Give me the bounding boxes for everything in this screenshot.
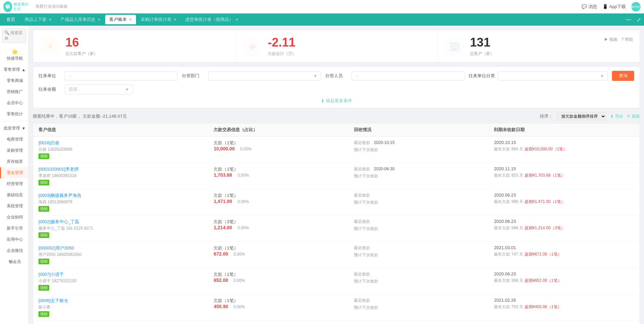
sidebar-item-member[interactable]: 会员中心 xyxy=(0,97,28,109)
from-unit-input-wrap[interactable]: ··· xyxy=(65,71,178,81)
overdue-info-6: 2020.06.23 最长欠款 998 天 超期¥652.00（1笔） xyxy=(494,271,634,284)
filter-toggle-btn[interactable]: ⬆ 收起更多条件 xyxy=(38,98,634,104)
sort-select[interactable]: 按欠款金额倒序排序 xyxy=(557,112,606,120)
filter-unit-category: 往来单位分类 ▼ xyxy=(469,71,608,81)
sidebar-item-purchase-mgmt[interactable]: 采购管理 xyxy=(0,145,28,156)
overdue-days-3: 最长欠款 998 天 超期¥1,471.00（1笔） xyxy=(494,199,634,205)
sidebar-item-marketing[interactable]: 营销推广 xyxy=(0,86,28,97)
sidebar-item-inventory[interactable]: 库存核算 xyxy=(0,156,28,167)
customer-name-5[interactable]: [000002]用户2050 xyxy=(38,245,214,251)
tab-close-purchase[interactable]: ✕ xyxy=(173,18,176,22)
customer-name-4[interactable]: [0002]服务中心_丁磊 xyxy=(38,219,214,225)
tab-production[interactable]: 产成品入库单历史 ✕ xyxy=(56,15,105,24)
customer-name-1[interactable]: [0016]吕俊 xyxy=(38,140,214,146)
debt-amount-3: 1,471.00 xyxy=(214,199,232,204)
recovery-next-3: 预计下次收款 xyxy=(354,200,494,205)
tab-close-goods[interactable]: ✕ xyxy=(49,18,52,22)
sidebar-item-sys-mgmt[interactable]: 系统管理 xyxy=(0,201,28,212)
tab-purchase[interactable]: 采购订单统计表 ✕ xyxy=(137,15,180,24)
sidebar-item-retail-stat[interactable]: 零售统计 xyxy=(0,109,28,120)
recovery-label-2: 最近收款 xyxy=(354,167,370,171)
unit-category-select-wrap[interactable]: ▼ xyxy=(498,71,608,81)
tab-home[interactable]: 首页 xyxy=(2,15,20,24)
recovery-info-5: 最近收款 预计下次收款 xyxy=(354,245,494,258)
overdue-link-6[interactable]: 超期¥652.00（1笔） xyxy=(525,278,562,283)
stat-card-customers: ¥ 16 总欠款客户（家） xyxy=(33,30,235,62)
overdue-info-2: 2020.11.15 最长欠款 853 天 超期¥1,703.68（1笔） xyxy=(494,166,634,178)
overdue-link-1[interactable]: 超期¥10,000.00（1笔） xyxy=(525,147,567,151)
overdue-link-7[interactable]: 超期¥455.90（1笔） xyxy=(525,304,562,309)
overdue-link-3[interactable]: 超期¥1,471.00（1笔） xyxy=(525,199,565,204)
tab-goods[interactable]: 商品上下架 ✕ xyxy=(21,15,56,24)
phone-icon: 📱 xyxy=(603,4,608,9)
tab-close-production[interactable]: ✕ xyxy=(97,18,101,22)
recovery-info-6: 最近收款 预计下次收款 xyxy=(354,271,494,284)
debt-ratio-1: 0.00% xyxy=(240,147,252,151)
balance-label: 往来余额 xyxy=(38,86,62,92)
sidebar-item-ops-mgmt[interactable]: 经营管理 xyxy=(0,178,28,189)
refresh-btn[interactable]: ↻ 刷新 xyxy=(627,114,640,119)
sidebar-item-app-center[interactable]: 应用中心 xyxy=(0,234,28,245)
tab-minimize-btn[interactable]: — xyxy=(624,17,633,23)
debt-info-1: 欠款（1笔） 10,000.00 0.00% xyxy=(214,140,354,151)
debt-amount-7: 455.90 xyxy=(214,304,228,309)
tab-instock[interactable]: 进货单统计表（按商品） ✕ xyxy=(181,15,243,24)
person-input-wrap[interactable]: ··· xyxy=(352,71,465,81)
tab-close-customer[interactable]: ✕ xyxy=(129,18,132,22)
dept-select-wrap[interactable]: ▼ xyxy=(208,71,321,81)
overdue-link-5[interactable]: 超期¥672.00（1笔） xyxy=(525,252,562,257)
sidebar-item-enterprise[interactable]: 企业协同 xyxy=(0,212,28,223)
sidebar-item-ecommerce[interactable]: 电商管理 xyxy=(0,134,28,145)
top-bar: 畅 畅捷通好生意 母婴行业演示账套 💬 消息 📱 App下载 demo2 xyxy=(0,0,644,13)
customer-name-2[interactable]: [0001020001]李老师 xyxy=(38,166,214,172)
balance-select-wrap[interactable]: 选择... ▼ xyxy=(65,84,133,94)
search-button[interactable]: 查询 xyxy=(612,71,634,81)
help-btn[interactable]: ? 帮助 xyxy=(621,37,633,42)
debt-count-2: 欠款（1笔） xyxy=(214,166,354,172)
sidebar-item-batch-mgmt[interactable]: 批发管理 ▼ xyxy=(0,123,28,134)
user-menu[interactable]: demo2 xyxy=(631,2,641,11)
customer-name-6[interactable]: [0007]小进干 xyxy=(38,271,214,277)
overdue-date-3: 2020.06.23 xyxy=(494,193,634,198)
table-header: 客户信息 欠款交易信息（占比） 回收情况 到期未收款日期 xyxy=(33,123,640,137)
sidebar-item-basic-info[interactable]: 基础信息 xyxy=(0,189,28,201)
customer-name-3[interactable]: [0003]畅捷服务尹海燕 xyxy=(38,193,214,199)
col-overdue: 到期未收款日期 xyxy=(494,127,634,133)
sidebar: 🔍 搜索菜单 ⭐ 快捷导航 零售管理 ▲ 零售商城 营销推广 会员中心 零售统计… xyxy=(0,26,29,324)
sidebar-search-btn[interactable]: 🔍 搜索菜单 xyxy=(2,28,26,43)
sidebar-item-newbie[interactable]: 新手引导 xyxy=(0,223,28,234)
table-row: [0001020001]李老师 李老师 18600391516 现销 欠款（1笔… xyxy=(33,163,640,189)
overdue-link-2[interactable]: 超期¥1,703.68（1笔） xyxy=(525,173,565,178)
debt-detail-1: 10,000.00 0.00% xyxy=(214,146,354,151)
sidebar-item-retail-mall[interactable]: 零售商城 xyxy=(0,75,28,86)
export-btn[interactable]: ⬇ 导出 xyxy=(610,114,623,119)
overdue-days-6: 最长欠款 998 天 超期¥652.00（1笔） xyxy=(494,278,634,284)
sidebar-item-retail-mgmt[interactable]: 零售管理 ▲ xyxy=(0,64,28,75)
sidebar-item-vip-member[interactable]: 畅会员 xyxy=(0,256,28,267)
video-btn[interactable]: ▶ 视频 xyxy=(604,37,617,42)
sidebar-item-finance[interactable]: 资金管理 xyxy=(0,167,28,178)
message-icon: 💬 xyxy=(582,4,587,9)
overdue-link-4[interactable]: 超期¥1,214.00（3笔） xyxy=(525,226,565,230)
customer-sub-4: 服务中心_丁磊 181 0125 8371 xyxy=(38,226,214,231)
debt-amount-6: 652.00 xyxy=(214,277,228,283)
tab-customer[interactable]: 客户账本 ✕ xyxy=(105,15,136,24)
recovery-next-6: 预计下次收款 xyxy=(354,278,494,284)
person-dots: ··· xyxy=(355,73,359,79)
recovery-info-1: 最近收款 2020-10-15 预计下次收款 xyxy=(354,140,494,153)
tab-maximize-btn[interactable]: ⤢ xyxy=(635,17,642,23)
refresh-icon: ↻ xyxy=(627,114,631,119)
table-row: [0007]小进干 小进干 18279152100 现销 欠款（1笔） 652.… xyxy=(33,268,640,294)
customer-name-7[interactable]: [0006]去下粮仓 xyxy=(38,298,214,304)
stat-top-actions: ▶ 视频 ? 帮助 xyxy=(604,35,633,42)
sidebar-item-corp-wechat[interactable]: 企业微信 xyxy=(0,245,28,256)
from-unit-dots: ··· xyxy=(68,73,72,79)
top-right-actions: 💬 消息 📱 App下载 demo2 xyxy=(582,2,641,11)
sidebar-item-quick-nav[interactable]: ⭐ 快捷导航 xyxy=(0,46,28,64)
filter-row-1: 往来单位 ··· 分管部门 ▼ 分管人员 ··· xyxy=(38,71,634,81)
app-download-btn[interactable]: 📱 App下载 xyxy=(603,4,626,10)
tab-close-instock[interactable]: ✕ xyxy=(235,18,239,22)
message-btn[interactable]: 💬 消息 xyxy=(582,4,597,10)
filter-area: 往来单位 ··· 分管部门 ▼ 分管人员 ··· xyxy=(33,66,640,108)
customer-sub-1: 吕俊 13026203696 xyxy=(38,147,214,152)
